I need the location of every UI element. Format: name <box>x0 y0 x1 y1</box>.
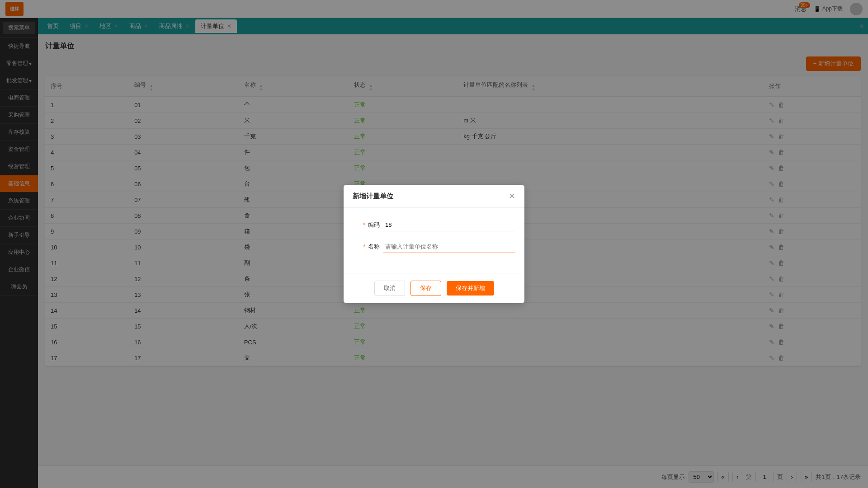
add-unit-modal: 新增计量单位 ✕ * 编码 * 名称 <box>344 185 524 303</box>
code-form-row: * 编码 <box>353 219 515 231</box>
save-add-btn[interactable]: 保存并新增 <box>447 281 494 296</box>
modal-close-btn[interactable]: ✕ <box>509 191 515 201</box>
modal-header: 新增计量单位 ✕ <box>344 185 524 208</box>
modal-overlay: 新增计量单位 ✕ * 编码 * 名称 <box>0 0 868 488</box>
modal-footer: 取消 保存 保存并新增 <box>344 273 524 303</box>
cancel-btn[interactable]: 取消 <box>374 281 405 296</box>
name-label: * 名称 <box>353 243 380 251</box>
name-input[interactable] <box>383 240 515 253</box>
app-wrapper: 橙林 消息 99+ 📱 App下载 搜索菜单 快捷导航 <box>0 0 868 488</box>
name-form-row: * 名称 <box>353 240 515 253</box>
save-btn[interactable]: 保存 <box>410 281 441 296</box>
code-input[interactable] <box>383 219 515 231</box>
modal-body: * 编码 * 名称 <box>344 208 524 273</box>
code-label: * 编码 <box>353 221 380 229</box>
modal-title: 新增计量单位 <box>353 192 393 201</box>
